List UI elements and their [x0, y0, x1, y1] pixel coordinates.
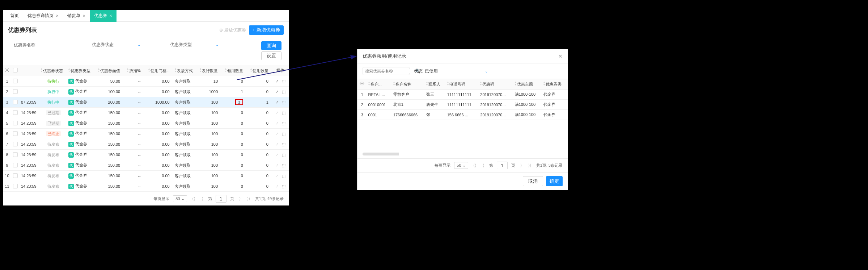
table-row[interactable]: 10 14 23:59 待发布 代代金券 150.00 -- 0.00 客户领取… [3, 171, 289, 181]
close-icon[interactable]: ✕ [109, 14, 112, 18]
table-row[interactable]: 8 14 23:59 待发布 代代金券 150.00 -- 0.00 客户领取 … [3, 150, 289, 160]
tab-home[interactable]: 首页 [6, 10, 23, 22]
qrcode-icon[interactable]: ⬚ [282, 174, 285, 178]
share-icon[interactable]: ↗ [275, 79, 279, 83]
table-row[interactable]: 1 待执行 代代金券 50.00 -- 0.00 客户领取 10 0 0 ↗ ⬚ [3, 76, 289, 87]
row-checkbox[interactable] [13, 100, 18, 104]
status-select[interactable]: 已使用 [425, 68, 461, 74]
row-checkbox[interactable] [13, 131, 18, 136]
page-last-button[interactable]: ⟩⟩ [527, 163, 533, 168]
table-row[interactable]: 4 14 23:59 已过期 代代金券 150.00 -- 0.00 客户领取 … [3, 108, 289, 118]
share-icon[interactable]: ↗ [275, 121, 279, 125]
per-page-select[interactable]: 50 ⌄ [173, 195, 187, 202]
filter-type-select[interactable]: ⌄ [194, 41, 237, 48]
gear-icon[interactable] [360, 81, 364, 86]
share-icon[interactable]: ↗ [275, 100, 279, 104]
row-checkbox[interactable] [13, 163, 18, 167]
page-input[interactable] [497, 162, 508, 169]
table-row[interactable]: 9 14 23:59 待发布 代代金券 150.00 -- 0.00 客户领取 … [3, 160, 289, 171]
sort-icon[interactable]: ▴▾ [543, 81, 545, 86]
table-row[interactable]: 3 0001 17666666666 张 156 6666 ... 201912… [357, 110, 568, 120]
search-input[interactable] [365, 69, 415, 73]
table-row[interactable]: 3 07 23:59 执行中 代代金券 200.00 -- 1000.00 客户… [3, 97, 289, 108]
page-next-button[interactable]: ⟩ [238, 196, 242, 201]
query-button[interactable]: 查询 [261, 41, 281, 50]
row-checkbox[interactable] [13, 121, 18, 125]
row-checkbox[interactable] [13, 142, 18, 146]
qrcode-icon[interactable]: ⬚ [282, 121, 285, 125]
table-row[interactable]: 11 14 23:59 待发布 代代金券 150.00 -- 0.00 客户领取… [3, 181, 289, 192]
sort-icon[interactable]: ▴▾ [68, 67, 70, 72]
sort-icon[interactable]: ▴▾ [225, 67, 226, 72]
share-icon[interactable]: ↗ [275, 90, 279, 94]
qrcode-icon[interactable]: ⬚ [282, 111, 285, 115]
share-icon[interactable]: ↗ [275, 184, 279, 188]
row-checkbox[interactable] [13, 110, 18, 115]
issue-coupon-button[interactable]: ⊕ 发放优惠券 [219, 27, 246, 33]
share-icon[interactable]: ↗ [275, 142, 279, 146]
table-row[interactable]: 1 RETAIL... 零散客户 张三 11111111111 20191200… [357, 90, 568, 100]
tab-detail[interactable]: 优惠券详情页✕ [23, 10, 63, 22]
checkbox-all[interactable] [13, 68, 18, 72]
filter-status-select[interactable]: ⌄ [116, 41, 159, 48]
close-icon[interactable]: ✕ [82, 14, 85, 18]
table-row[interactable]: 7 14 23:59 待发布 代代金券 150.00 -- 0.00 客户领取 … [3, 139, 289, 150]
table-row[interactable]: 2 执行中 代代金券 100.00 -- 0.00 客户领取 1000 1 0 … [3, 87, 289, 97]
share-icon[interactable]: ↗ [275, 163, 279, 167]
add-coupon-button[interactable]: + 新增优惠券 [249, 25, 284, 35]
cancel-button[interactable]: 取消 [523, 176, 543, 186]
page-input[interactable] [216, 195, 226, 203]
sort-icon[interactable]: ▴▾ [426, 81, 428, 86]
sort-icon[interactable]: ▴▾ [200, 67, 201, 72]
qrcode-icon[interactable]: ⬚ [282, 90, 285, 94]
qrcode-icon[interactable]: ⬚ [282, 79, 285, 83]
share-icon[interactable]: ↗ [275, 174, 279, 178]
sort-icon[interactable]: ▴▾ [480, 81, 482, 86]
sort-icon[interactable]: ▴▾ [41, 67, 42, 72]
row-checkbox[interactable] [13, 79, 18, 83]
sort-icon[interactable]: ▴▾ [250, 67, 252, 72]
sort-icon[interactable]: ▴▾ [98, 67, 99, 72]
row-checkbox[interactable] [13, 89, 18, 94]
ok-button[interactable]: 确定 [546, 176, 563, 186]
share-icon[interactable]: ↗ [275, 132, 279, 136]
close-icon[interactable]: ✕ [558, 53, 563, 59]
sort-icon[interactable]: ▴▾ [515, 81, 516, 86]
page-first-button[interactable]: ⟨⟨ [191, 196, 196, 201]
sort-icon[interactable]: ▴▾ [175, 67, 176, 72]
sort-icon[interactable]: ▴▾ [447, 81, 449, 86]
qrcode-icon[interactable]: ⬚ [282, 132, 285, 136]
table-row[interactable]: 5 14 23:59 已过期 代代金券 150.00 -- 0.00 客户领取 … [3, 118, 289, 129]
row-checkbox[interactable] [13, 184, 18, 188]
page-prev-button[interactable]: ⟨ [200, 196, 204, 201]
qrcode-icon[interactable]: ⬚ [282, 100, 285, 104]
filter-name-input[interactable] [38, 41, 81, 49]
row-checkbox[interactable] [13, 173, 18, 178]
qrcode-icon[interactable]: ⬚ [282, 142, 285, 146]
qrcode-icon[interactable]: ⬚ [282, 153, 285, 157]
share-icon[interactable]: ↗ [275, 153, 279, 157]
sort-icon[interactable]: ▴▾ [393, 81, 395, 86]
claim-link[interactable]: 3 [235, 99, 243, 105]
page-first-button[interactable]: ⟨⟨ [472, 163, 478, 168]
sort-icon[interactable]: ▴▾ [148, 67, 150, 72]
per-page-select[interactable]: 50 ⌄ [454, 162, 468, 169]
tab-sales[interactable]: 销货单✕ [63, 10, 90, 22]
chevron-down-icon: ⌄ [137, 43, 140, 47]
setting-button[interactable]: 设置 [261, 51, 281, 60]
qrcode-icon[interactable]: ⬚ [282, 163, 285, 167]
page-next-button[interactable]: ⟩ [519, 163, 523, 168]
close-icon[interactable]: ✕ [56, 14, 59, 18]
horizontal-scrollbar[interactable] [363, 153, 563, 155]
row-checkbox[interactable] [13, 152, 18, 157]
tab-coupon[interactable]: 优惠券✕ [90, 10, 117, 22]
table-row[interactable]: 2 00010001 北京1 唐先生 11111111111 201912007… [357, 100, 568, 110]
qrcode-icon[interactable]: ⬚ [282, 184, 285, 188]
gear-icon[interactable] [5, 68, 9, 72]
page-prev-button[interactable]: ⟨ [481, 163, 486, 168]
sort-icon[interactable]: ▴▾ [127, 67, 128, 72]
sort-icon[interactable]: ▴▾ [368, 81, 370, 86]
share-icon[interactable]: ↗ [275, 111, 279, 115]
table-row[interactable]: 6 14 23:59 已终止 代代金券 150.00 -- 0.00 客户领取 … [3, 129, 289, 139]
page-last-button[interactable]: ⟩⟩ [246, 196, 251, 201]
